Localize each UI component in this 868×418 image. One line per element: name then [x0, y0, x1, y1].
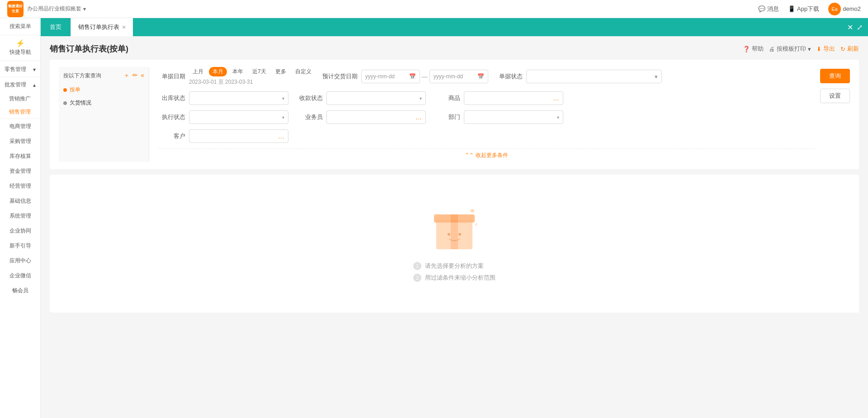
- print-dropdown-icon: ▾: [808, 46, 811, 52]
- salesperson-input[interactable]: …: [326, 110, 426, 124]
- doc-status-label: 单据状态: [495, 72, 523, 81]
- expected-date-label: 预计交货日期: [322, 72, 358, 81]
- expected-date-range: yyyy-mm-dd 📅 — yyyy-mm-dd 📅: [361, 70, 488, 83]
- refresh-btn[interactable]: ↻ 刷新: [840, 45, 859, 53]
- message-btn[interactable]: 💬 消息: [758, 5, 779, 13]
- add-scheme-btn[interactable]: ＋: [123, 71, 130, 80]
- sidebar-item-newbie[interactable]: 新手引导: [0, 238, 40, 253]
- filter-delivery-status-field: 出库状态 ▾: [158, 91, 288, 105]
- svg-point-8: [458, 233, 461, 236]
- sidebar-item-finance[interactable]: 资金管理: [0, 164, 40, 179]
- delivery-dropdown-icon: ▾: [282, 96, 284, 101]
- app-download-btn[interactable]: 📱 App下载: [788, 5, 819, 13]
- svg-point-6: [475, 223, 477, 226]
- sidebar-item-retail[interactable]: 零售管理 ▾: [0, 62, 40, 77]
- expected-date-start[interactable]: yyyy-mm-dd 📅: [361, 70, 420, 83]
- sidebar-item-wholesale[interactable]: 批发管理 ▴: [0, 77, 40, 92]
- export-icon: ⬇: [816, 46, 821, 52]
- date-tab-custom[interactable]: 自定义: [292, 67, 315, 76]
- filter-department-field: 部门 ▾: [433, 110, 563, 124]
- close-window-btn[interactable]: ✕: [847, 23, 853, 32]
- empty-hint-1: 1 请先选择要分析的方案: [413, 262, 495, 270]
- filter-customer-field: 客户 …: [158, 129, 288, 143]
- expected-date-end[interactable]: yyyy-mm-dd 📅: [429, 70, 488, 83]
- filter-row-1: 单据日期 上月 本月 本年 近7天 更多: [158, 67, 815, 86]
- empty-box-svg: [427, 202, 481, 252]
- date-tab-more[interactable]: 更多: [272, 67, 290, 76]
- exec-status-select[interactable]: ▾: [189, 110, 288, 124]
- sidebar-item-ecommerce[interactable]: 电商管理: [0, 119, 40, 134]
- date-tab-this-year[interactable]: 本年: [229, 67, 247, 76]
- sidebar-item-member[interactable]: 畅会员: [0, 283, 40, 298]
- customer-label: 客户: [158, 132, 185, 140]
- scheme-item-press[interactable]: 按单: [59, 83, 149, 96]
- svg-point-5: [434, 214, 437, 217]
- export-btn[interactable]: ⬇ 导出: [816, 45, 835, 53]
- edit-scheme-btn[interactable]: ✏: [132, 71, 138, 80]
- refresh-icon: ↻: [840, 46, 845, 52]
- sidebar-item-system[interactable]: 系统管理: [0, 209, 40, 223]
- tab-sales-order[interactable]: 销售订单执行表 ×: [71, 18, 133, 36]
- svg-point-7: [448, 233, 450, 236]
- sidebar-item-wechat[interactable]: 企业微信: [0, 268, 40, 283]
- print-btn[interactable]: 🖨 按模板打印 ▾: [769, 45, 811, 53]
- filter-expected-date-field: 预计交货日期 yyyy-mm-dd 📅 —: [322, 70, 488, 83]
- doc-status-select[interactable]: ▾: [526, 70, 662, 83]
- filter-receipt-status-field: 收款状态 ▾: [296, 91, 426, 105]
- delivery-status-select[interactable]: ▾: [189, 91, 288, 105]
- avatar: Ea: [828, 3, 841, 15]
- tab-close-btn[interactable]: ×: [122, 24, 126, 31]
- right-buttons-area: 查询 设置: [820, 67, 850, 103]
- sidebar-item-inventory[interactable]: 库存核算: [0, 149, 40, 164]
- date-tabs-row: 上月 本月 本年 近7天 更多 自定义: [189, 67, 315, 76]
- collapse-scheme-btn[interactable]: «: [141, 71, 144, 80]
- sidebar-sub-marketing[interactable]: 营销推广: [0, 92, 40, 105]
- exec-dropdown-icon: ▾: [282, 115, 284, 120]
- tab-controls: ✕ ⤢: [842, 18, 868, 36]
- tab-home[interactable]: 首页: [41, 18, 71, 36]
- date-tab-this-month[interactable]: 本月: [209, 67, 227, 76]
- top-bar-left: 畅捷通好生意 办公用品行业模拟账套 ▾: [7, 1, 86, 17]
- empty-hint-2: 2 用过滤条件来缩小分析范围: [413, 274, 495, 282]
- app-selector[interactable]: 办公用品行业模拟账套 ▾: [27, 5, 86, 13]
- date-tab-last-month[interactable]: 上月: [189, 67, 207, 76]
- help-icon: ❓: [743, 46, 750, 52]
- empty-illustration: [427, 202, 481, 253]
- receipt-status-select[interactable]: ▾: [326, 91, 426, 105]
- sidebar-item-enterprise[interactable]: 企业协同: [0, 223, 40, 238]
- mobile-icon: 📱: [788, 5, 795, 12]
- sidebar-item-quick-nav[interactable]: ⚡ 快捷导航: [0, 35, 40, 60]
- department-select[interactable]: ▾: [464, 110, 563, 124]
- top-bar-right: 💬 消息 📱 App下载 Ea demo2: [758, 3, 861, 15]
- sidebar-search-section: 搜索菜单: [0, 18, 40, 35]
- goods-label: 商品: [433, 94, 460, 102]
- sidebar-item-basic[interactable]: 基础信息: [0, 194, 40, 209]
- sidebar-search-label[interactable]: 搜索菜单: [4, 23, 37, 30]
- help-btn[interactable]: ❓ 帮助: [743, 45, 764, 53]
- sidebar-item-app-center[interactable]: 应用中心: [0, 253, 40, 268]
- print-icon: 🖨: [769, 46, 775, 52]
- sidebar-item-operations[interactable]: 经营管理: [0, 179, 40, 194]
- collapse-filters-btn[interactable]: ⌃⌃ 收起更多条件: [158, 148, 815, 162]
- svg-rect-2: [451, 220, 458, 249]
- scheme-item-arrears[interactable]: 欠货情况: [59, 96, 149, 109]
- scheme-header: 按以下方案查询 ＋ ✏ «: [59, 71, 149, 83]
- goods-input[interactable]: …: [464, 91, 563, 105]
- calendar-icon-end: 📅: [477, 73, 484, 80]
- user-avatar-area[interactable]: Ea demo2: [828, 3, 861, 15]
- receipt-status-label: 收款状态: [296, 94, 323, 102]
- settings-button[interactable]: 设置: [820, 89, 850, 103]
- filter-salesperson-field: 业务员 …: [296, 110, 426, 124]
- message-icon: 💬: [758, 5, 765, 12]
- customer-input[interactable]: …: [189, 129, 288, 143]
- goods-picker-icon: …: [553, 95, 559, 102]
- page-content: 销售订单执行表(按单) ❓ 帮助 🖨 按模板打印 ▾ ⬇ 导出: [41, 36, 868, 418]
- sidebar-sub-sales[interactable]: 销售管理: [0, 105, 40, 119]
- maximize-btn[interactable]: ⤢: [857, 23, 863, 32]
- dept-dropdown-icon: ▾: [557, 115, 559, 120]
- sidebar-item-purchase[interactable]: 采购管理: [0, 134, 40, 149]
- search-button[interactable]: 查询: [820, 69, 850, 83]
- page-header: 销售订单执行表(按单) ❓ 帮助 🖨 按模板打印 ▾ ⬇ 导出: [50, 43, 859, 54]
- svg-rect-3: [451, 214, 458, 223]
- date-tab-7days[interactable]: 近7天: [249, 67, 270, 76]
